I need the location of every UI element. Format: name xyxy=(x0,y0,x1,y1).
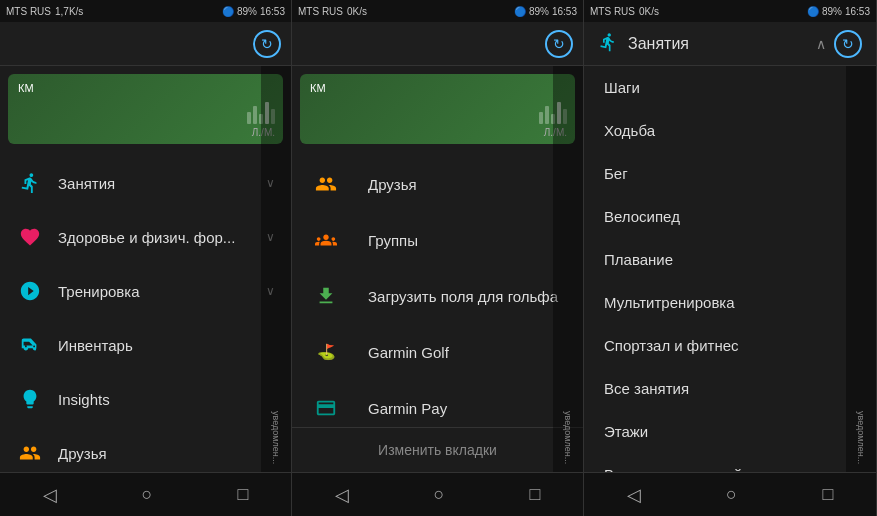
speed-3: 0K/s xyxy=(639,6,659,17)
menu-item-activities[interactable]: Занятия ∨ xyxy=(0,156,291,210)
activities-sub-list: Шаги Ходьба Бег Велосипед Плавание Мульт… xyxy=(584,66,876,472)
activity-floors-label: Этажи xyxy=(604,423,648,440)
download-icon-2 xyxy=(312,282,340,310)
menu-item-training-label: Тренировка xyxy=(58,283,266,300)
menu-item-inventory-label: Инвентарь xyxy=(58,337,275,354)
menu-content-1: КМ Л./М. Занятия ∨ xyxy=(0,66,291,472)
activity-multisport[interactable]: Мультитренировка xyxy=(584,281,876,324)
submenu-list-2: Друзья Группы Загрузить поля для г xyxy=(292,152,583,427)
edge-hint-3: уведомлен... xyxy=(846,66,876,472)
submenu-item-groups[interactable]: Группы xyxy=(292,212,583,268)
submenu-item-friends[interactable]: Друзья xyxy=(292,156,583,212)
top-bar-2: ↻ xyxy=(292,22,583,66)
bt-icon-2: 🔵 xyxy=(514,6,526,17)
bt-icon-3: 🔵 xyxy=(807,6,819,17)
submenu-item-garmin-pay[interactable]: Garmin Pay xyxy=(292,380,583,427)
back-button-2[interactable]: ◁ xyxy=(319,476,365,514)
menu-item-activities-label: Занятия xyxy=(58,175,266,192)
friends-icon xyxy=(16,439,44,467)
sync-button-2[interactable]: ↻ xyxy=(545,30,573,58)
menu-item-inventory[interactable]: Инвентарь xyxy=(0,318,291,372)
activity-intense-time-label: Время интенсивной активности xyxy=(604,466,824,472)
carrier-1: MTS RUS xyxy=(6,6,51,17)
run-icon xyxy=(16,169,44,197)
activity-card-1: КМ Л./М. xyxy=(8,74,283,144)
submenu-item-garmin-golf[interactable]: ⛳ Garmin Golf xyxy=(292,324,583,380)
status-bar-1: MTS RUS 1,7K/s 🔵 89% 16:53 xyxy=(0,0,291,22)
submenu-item-garmin-pay-label: Garmin Pay xyxy=(368,400,447,417)
edge-hint-1: уведомлен... xyxy=(261,66,291,472)
recents-button-2[interactable]: □ xyxy=(514,476,557,513)
back-button-1[interactable]: ◁ xyxy=(27,476,73,514)
panel-1: MTS RUS 1,7K/s 🔵 89% 16:53 ↻ КМ Л./М. xyxy=(0,0,292,516)
submenu-item-golf-upload[interactable]: Загрузить поля для гольфа xyxy=(292,268,583,324)
bottom-nav-3: ◁ ○ □ xyxy=(584,472,876,516)
insights-icon xyxy=(16,385,44,413)
bt-icon: 🔵 xyxy=(222,6,234,17)
activities-content: Шаги Ходьба Бег Велосипед Плавание Мульт… xyxy=(584,66,876,472)
home-button-2[interactable]: ○ xyxy=(418,476,461,513)
home-button-1[interactable]: ○ xyxy=(126,476,169,513)
shoe-icon xyxy=(16,331,44,359)
sync-button-1[interactable]: ↻ xyxy=(253,30,281,58)
edge-hint-2: уведомлен... xyxy=(553,66,583,472)
carrier-2: MTS RUS xyxy=(298,6,343,17)
carrier-3: MTS RUS xyxy=(590,6,635,17)
submenu-item-groups-label: Группы xyxy=(368,232,418,249)
recents-button-1[interactable]: □ xyxy=(222,476,265,513)
speed-1: 1,7K/s xyxy=(55,6,83,17)
pay-icon-2 xyxy=(312,394,340,422)
activity-gym-label: Спортзал и фитнес xyxy=(604,337,739,354)
activity-floors[interactable]: Этажи xyxy=(584,410,876,453)
bottom-nav-2: ◁ ○ □ xyxy=(292,472,583,516)
activity-steps[interactable]: Шаги xyxy=(584,66,876,109)
menu-item-friends[interactable]: Друзья xyxy=(0,426,291,472)
bottom-nav-1: ◁ ○ □ xyxy=(0,472,291,516)
home-button-3[interactable]: ○ xyxy=(710,476,753,513)
submenu-item-friends-label: Друзья xyxy=(368,176,417,193)
panel-3: MTS RUS 0K/s 🔵 89% 16:53 Занятия ∧ ↻ Ша xyxy=(584,0,877,516)
time-2: 16:53 xyxy=(552,6,577,17)
main-menu-list: Занятия ∨ Здоровье и физич. фор... ∨ xyxy=(0,152,291,472)
activity-cycling[interactable]: Велосипед xyxy=(584,195,876,238)
panel-2: MTS RUS 0K/s 🔵 89% 16:53 ↻ КМ Л./М. xyxy=(292,0,584,516)
submenu-item-golf-upload-label: Загрузить поля для гольфа xyxy=(368,288,558,305)
activity-swimming[interactable]: Плавание xyxy=(584,238,876,281)
activity-all[interactable]: Все занятия xyxy=(584,367,876,410)
panel3-header-label: Занятия xyxy=(628,35,689,53)
status-bar-2: MTS RUS 0K/s 🔵 89% 16:53 xyxy=(292,0,583,22)
speed-2: 0K/s xyxy=(347,6,367,17)
activity-card-2: КМ Л./М. xyxy=(300,74,575,144)
back-button-3[interactable]: ◁ xyxy=(611,476,657,514)
time-3: 16:53 xyxy=(845,6,870,17)
activity-intense-time[interactable]: Время интенсивной активности xyxy=(584,453,876,472)
activity-all-label: Все занятия xyxy=(604,380,689,397)
menu-item-health-label: Здоровье и физич. фор... xyxy=(58,229,266,246)
golf-icon-2: ⛳ xyxy=(312,338,340,366)
activity-walking[interactable]: Ходьба xyxy=(584,109,876,152)
submenu-content-2: КМ Л./М. Друзья xyxy=(292,66,583,427)
activity-steps-label: Шаги xyxy=(604,79,640,96)
status-bar-3: MTS RUS 0K/s 🔵 89% 16:53 xyxy=(584,0,876,22)
battery-3: 89% xyxy=(822,6,842,17)
activity-running-label: Бег xyxy=(604,165,628,182)
menu-item-training[interactable]: Тренировка ∨ xyxy=(0,264,291,318)
menu-item-friends-label: Друзья xyxy=(58,445,275,462)
recents-button-3[interactable]: □ xyxy=(806,476,849,513)
change-tabs-button[interactable]: Изменить вкладки xyxy=(292,427,583,472)
run-icon-3 xyxy=(598,32,618,56)
collapse-arrow[interactable]: ∧ xyxy=(816,36,826,52)
activity-cycling-label: Велосипед xyxy=(604,208,680,225)
sync-button-3[interactable]: ↻ xyxy=(834,30,862,58)
menu-item-insights-label: Insights xyxy=(58,391,275,408)
activity-running[interactable]: Бег xyxy=(584,152,876,195)
heart-icon xyxy=(16,223,44,251)
change-tabs-label: Изменить вкладки xyxy=(378,442,497,458)
submenu-item-garmin-golf-label: Garmin Golf xyxy=(368,344,449,361)
top-bar-3: Занятия ∧ ↻ xyxy=(584,22,876,66)
menu-item-insights[interactable]: Insights xyxy=(0,372,291,426)
activity-swimming-label: Плавание xyxy=(604,251,673,268)
menu-item-health[interactable]: Здоровье и физич. фор... ∨ xyxy=(0,210,291,264)
activity-gym[interactable]: Спортзал и фитнес xyxy=(584,324,876,367)
battery-2: 89% xyxy=(529,6,549,17)
